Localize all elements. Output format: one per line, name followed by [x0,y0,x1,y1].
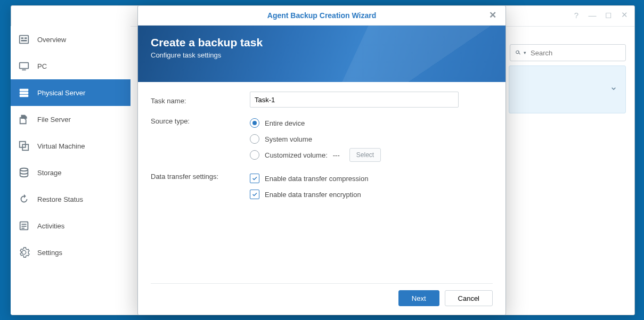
svg-rect-2 [25,37,27,39]
fileserver-icon [18,113,30,125]
search-input[interactable] [529,48,621,58]
radio-entire-device[interactable] [250,118,259,128]
sidebar-item-file-server[interactable]: File Server [11,106,131,133]
vm-icon [18,140,30,152]
maximize-button[interactable]: ◻ [601,9,615,21]
select-volume-button[interactable]: Select [349,148,381,162]
wizard-title: Agent Backup Creation Wizard ✕ [138,6,506,26]
svg-rect-0 [20,36,29,44]
wizard-hero: Create a backup task Configure task sett… [138,26,506,82]
label-data-transfer: Data transfer settings: [151,170,250,180]
radio-customized-volume[interactable] [250,150,259,160]
search-field[interactable]: ▾ [510,44,626,61]
sidebar-item-label: Physical Server [37,89,85,97]
sidebar-item-label: Overview [37,36,66,44]
side-info-panel[interactable] [509,65,626,113]
wizard-dialog: Agent Backup Creation Wizard ✕ Create a … [137,5,506,315]
radio-label: Customized volume: [265,151,328,159]
minimize-button[interactable]: — [585,9,599,21]
next-button[interactable]: Next [398,290,439,306]
sidebar-item-pc[interactable]: PC [11,53,131,79]
sidebar-item-restore-status[interactable]: Restore Status [11,186,131,212]
search-dropdown-caret[interactable]: ▾ [524,50,526,55]
overview-icon [18,34,30,45]
checkbox-compression[interactable] [250,174,259,183]
sidebar-item-label: File Server [37,116,71,124]
cancel-button[interactable]: Cancel [445,290,493,306]
server-icon [18,87,30,99]
svg-rect-4 [20,63,29,69]
sidebar-item-storage[interactable]: Storage [11,159,131,186]
sidebar-item-virtual-machine[interactable]: Virtual Machine [11,133,131,159]
sidebar: Overview PC Physical Server File Server … [11,26,131,314]
checkbox-label: Enable data transfer encryption [265,191,361,199]
chevron-down-icon [609,84,618,94]
hero-title: Create a backup task [151,36,493,49]
svg-rect-8 [20,95,29,97]
wizard-title-text: Agent Backup Creation Wizard [267,11,376,20]
sidebar-item-activities[interactable]: Activities [11,212,131,239]
sidebar-item-label: Virtual Machine [37,142,85,150]
custom-volume-value: --- [333,151,340,159]
label-source-type: Source type: [151,115,250,125]
close-icon[interactable]: ✕ [485,6,500,25]
radio-label: Entire device [265,119,305,127]
task-name-input[interactable] [250,92,459,108]
sidebar-item-overview[interactable]: Overview [11,26,131,53]
pc-icon [18,60,30,72]
svg-rect-3 [21,40,27,42]
svg-rect-5 [22,69,26,70]
sidebar-item-label: PC [37,62,47,70]
settings-icon [18,247,30,258]
close-window-button[interactable]: ✕ [617,9,631,21]
checkbox-encryption[interactable] [250,190,259,199]
sidebar-item-physical-server[interactable]: Physical Server [11,79,131,106]
sidebar-item-label: Storage [37,169,62,177]
checkbox-label: Enable data transfer compression [265,175,368,183]
svg-point-11 [20,168,28,171]
sidebar-item-label: Activities [37,222,64,230]
search-icon [515,49,521,56]
sidebar-item-label: Restore Status [37,195,83,203]
svg-rect-14 [21,226,26,227]
restore-icon [18,193,30,205]
storage-icon [18,167,30,178]
svg-rect-7 [20,92,29,94]
svg-rect-13 [21,224,26,225]
sidebar-item-label: Settings [37,249,62,257]
radio-label: System volume [265,135,312,143]
label-task-name: Task name: [151,95,250,105]
footer-separator [151,283,493,284]
svg-rect-15 [21,228,25,229]
activities-icon [18,220,30,232]
radio-system-volume[interactable] [250,134,259,144]
svg-rect-1 [21,37,24,39]
svg-rect-6 [20,89,29,92]
help-button[interactable]: ? [569,9,583,21]
hero-subtitle: Configure task settings [151,51,493,59]
sidebar-item-settings[interactable]: Settings [11,239,131,266]
